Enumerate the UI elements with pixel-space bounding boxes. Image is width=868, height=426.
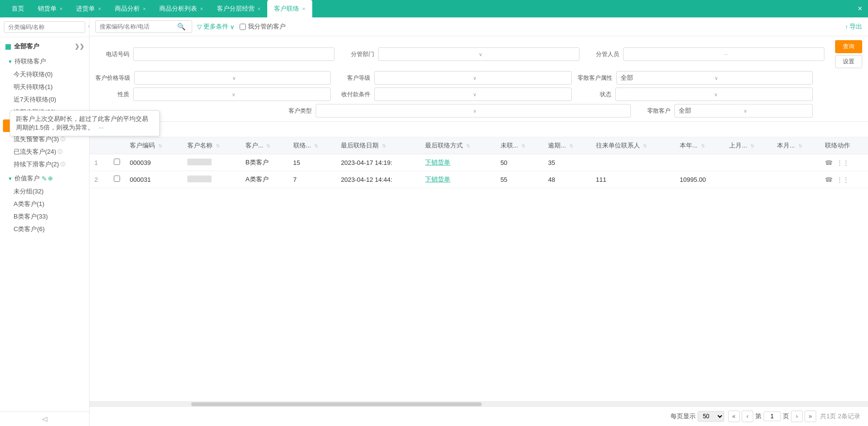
nav-sales-order[interactable]: 销货单 × xyxy=(31,0,69,17)
sidebar-declining-customers[interactable]: 持续下滑客户(2) ⓘ xyxy=(0,158,89,171)
sidebar-all-customers[interactable]: ▦ 全部客户 ❯❯ xyxy=(0,39,89,54)
row-overdue-1: 35 xyxy=(543,154,591,171)
sort-contact-icon[interactable]: ⇅ xyxy=(314,143,318,148)
gender-select[interactable]: ∨ xyxy=(133,88,331,101)
sidebar-today-pending[interactable]: 今天待联络(0) xyxy=(0,68,89,81)
price-grade-select[interactable]: ∨ xyxy=(134,71,331,85)
page-number-input[interactable] xyxy=(763,411,781,421)
dept-select[interactable]: ∨ xyxy=(378,47,579,61)
value-customers-add-icon[interactable]: ⊕ xyxy=(48,175,53,182)
table-row: 2 000031 A类客户 7 2023-04-12 14:44: 下销货单 xyxy=(90,171,868,188)
table-wrapper[interactable]: 客户编码 ⇅ 客户名称 ⇅ 客户... ⇅ xyxy=(90,137,868,401)
last-page-btn[interactable]: » xyxy=(805,411,816,422)
customer-type-chevron-icon: ∨ xyxy=(473,108,626,114)
edit-icon[interactable]: ✎ xyxy=(42,175,47,182)
per-page-select[interactable]: 50 20 100 xyxy=(698,411,724,422)
more-action-icon-1[interactable]: ⋮⋮ xyxy=(837,159,849,166)
nav-close-product-list[interactable]: × xyxy=(200,6,203,12)
nav-close-segmentation[interactable]: × xyxy=(258,6,260,12)
payment-select[interactable]: ∨ xyxy=(374,88,572,101)
filter-btn-area: 查询 设置 xyxy=(835,40,862,68)
sidebar-7days-pending[interactable]: 近7天待联络(0) xyxy=(0,93,89,106)
window-close-button[interactable]: × xyxy=(858,4,862,13)
nav-home[interactable]: 首页 xyxy=(5,0,31,17)
info-icon-already-lost[interactable]: ⓘ xyxy=(58,148,62,155)
price-chevron-icon: ∨ xyxy=(232,75,326,81)
row-method-1[interactable]: 下销货单 xyxy=(420,154,495,171)
row-date-2: 2023-04-12 14:44: xyxy=(336,171,420,188)
status-select[interactable]: ∨ xyxy=(615,88,813,101)
filter-search-input[interactable] xyxy=(100,23,177,30)
sort-uncontact-icon[interactable]: ⇅ xyxy=(521,143,525,148)
nav-close-sales[interactable]: × xyxy=(60,6,62,12)
filter-search-icon[interactable]: 🔍 xyxy=(177,23,185,30)
collapse-icon[interactable]: ❯❯ xyxy=(75,43,84,50)
table-area: ⚙ 客户编码 ⇅ 客户名称 xyxy=(90,122,868,426)
sort-type-icon[interactable]: ⇅ xyxy=(266,143,270,148)
row-name-2 xyxy=(183,171,240,188)
customer-type-select[interactable]: ∨ xyxy=(316,104,631,118)
sort-name-icon[interactable]: ⇅ xyxy=(216,143,220,148)
query-button[interactable]: 查询 xyxy=(835,40,862,53)
sidebar-c-class[interactable]: C类客户(6) xyxy=(0,223,89,235)
nav-product-analysis[interactable]: 商品分析 × xyxy=(108,0,152,17)
phone-action-icon-1[interactable]: ☎ xyxy=(825,159,833,166)
method-link-2[interactable]: 下销货单 xyxy=(425,176,450,183)
nav-close-product-analysis[interactable]: × xyxy=(143,6,146,12)
sidebar-a-class[interactable]: A类客户(1) xyxy=(0,198,89,210)
sidebar-collapse-icon[interactable]: ⊲ xyxy=(41,414,48,425)
th-last-contact-method: 最后联络方式 ⇅ xyxy=(420,137,495,154)
nav-customer-segmentation[interactable]: 客户分层经营 × xyxy=(210,0,267,17)
more-action-icon-2[interactable]: ⋮⋮ xyxy=(837,176,849,183)
method-link-1[interactable]: 下销货单 xyxy=(425,159,450,166)
info-icon-declining[interactable]: ⓘ xyxy=(61,161,65,168)
sidebar-b-class[interactable]: B类客户(33) xyxy=(0,210,89,223)
nav-purchase-order[interactable]: 进货单 × xyxy=(69,0,107,17)
settings-button[interactable]: 设置 xyxy=(835,55,862,68)
sidebar-tomorrow-pending[interactable]: 明天待联络(1) xyxy=(0,81,89,93)
sidebar-lost-customers[interactable]: 已流失客户(24) ⓘ xyxy=(0,146,89,158)
horizontal-scrollbar[interactable] xyxy=(90,401,868,406)
sort-date-icon[interactable]: ⇅ xyxy=(382,143,386,148)
sort-method-icon[interactable]: ⇅ xyxy=(466,143,470,148)
sort-month-icon[interactable]: ⇅ xyxy=(798,143,802,148)
manager-select[interactable]: ··· xyxy=(623,47,824,61)
table-row: 1 000039 B类客户 15 2023-04-17 14:19: 下销货单 xyxy=(90,154,868,171)
nav-close-purchase[interactable]: × xyxy=(98,6,101,12)
row-select-2[interactable] xyxy=(114,176,120,182)
row-select-1[interactable] xyxy=(114,159,120,165)
dept-field: 分管部门 ∨ xyxy=(340,47,579,61)
nav-customer-contact[interactable]: 客户联络 × xyxy=(267,0,312,17)
filter-row-1: 电话号码 分管部门 ∨ 分管人员 ··· xyxy=(95,40,862,68)
th-customer-type: 客户... ⇅ xyxy=(241,137,289,154)
customer-grade-select[interactable]: ∨ xyxy=(374,71,572,85)
export-btn[interactable]: ↑ 导出 xyxy=(845,22,863,31)
pending-contact-group-title[interactable]: ▼ 待联络客户 xyxy=(0,55,89,68)
chevron-down-icon: ∨ xyxy=(230,23,235,30)
row-method-2[interactable]: 下销货单 xyxy=(420,171,495,188)
sort-person-icon[interactable]: ⇅ xyxy=(643,143,647,148)
more-conditions-btn[interactable]: ▽ 更多条件 ∨ xyxy=(197,22,235,31)
th-num xyxy=(90,137,109,154)
sidebar-unclassified[interactable]: 未分组(32) xyxy=(0,185,89,198)
nav-product-analysis-list[interactable]: 商品分析列表 × xyxy=(152,0,210,17)
sort-code-icon[interactable]: ⇅ xyxy=(158,143,162,148)
retail-attr-select[interactable]: 全部 ∨ xyxy=(616,71,813,85)
info-icon-lost[interactable]: ⓘ xyxy=(61,136,65,143)
phone-action-icon-2[interactable]: ☎ xyxy=(825,176,833,183)
scroll-thumb[interactable] xyxy=(191,402,482,406)
retail-customer-select[interactable]: 全部 ∨ xyxy=(674,104,813,118)
sidebar-content: ▦ 全部客户 ❯❯ ▼ 待联络客户 今天待联络(0) 明天待联络(1) 近7天待… xyxy=(0,37,89,411)
next-page-btn[interactable]: › xyxy=(791,411,803,422)
my-customers-checkbox[interactable] xyxy=(240,24,246,30)
nav-close-contact[interactable]: × xyxy=(302,6,305,12)
sort-year-icon[interactable]: ⇅ xyxy=(701,143,705,148)
sort-overdue-icon[interactable]: ⇅ xyxy=(569,143,573,148)
name-placeholder-2 xyxy=(187,176,212,182)
sidebar-search-input[interactable] xyxy=(4,21,85,33)
value-customers-group-title[interactable]: ▼ 价值客户 ✎ ⊕ xyxy=(0,172,89,185)
first-page-btn[interactable]: « xyxy=(728,411,740,422)
phone-input[interactable] xyxy=(133,47,335,61)
prev-page-btn[interactable]: ‹ xyxy=(742,411,753,422)
sort-lastmonth-icon[interactable]: ⇅ xyxy=(750,143,754,148)
